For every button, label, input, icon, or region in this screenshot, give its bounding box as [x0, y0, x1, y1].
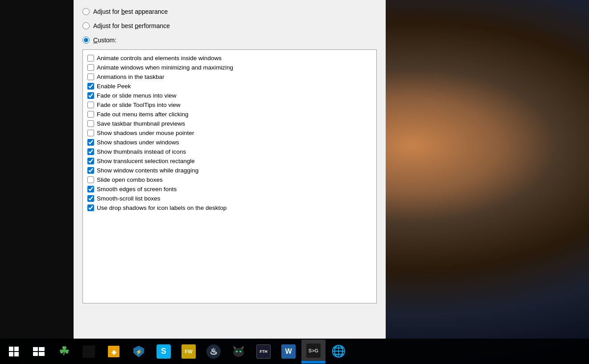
checkbox-label-cb11[interactable]: Show thumbnails instead of icons — [97, 148, 186, 155]
svg-rect-2 — [9, 352, 13, 356]
fox-app-icon — [231, 344, 246, 359]
checkbox-cb9[interactable] — [87, 130, 94, 136]
puzzle-icon-svg: ◈ — [107, 345, 120, 358]
task-view-button[interactable] — [27, 339, 51, 364]
radio-best-appearance[interactable]: Adjust for best appearance — [82, 4, 377, 19]
checkbox-item-15: Smooth edges of screen fonts — [86, 184, 374, 194]
checkbox-item-1: Animate controls and elements inside win… — [86, 53, 374, 63]
checkbox-cb11[interactable] — [87, 148, 94, 155]
checkbox-item-12: Show translucent selection rectangle — [86, 156, 374, 166]
shield-app-button[interactable]: ⚡ — [127, 339, 151, 364]
checkbox-label-cb10[interactable]: Show shadows under windows — [97, 139, 179, 146]
checkbox-cb1[interactable] — [87, 55, 94, 61]
skype-icon: S — [157, 344, 171, 359]
checkbox-label-cb16[interactable]: Smooth-scroll list boxes — [97, 195, 161, 202]
sg-app-button[interactable]: S>G — [301, 339, 325, 364]
checkbox-cb16[interactable] — [87, 195, 94, 202]
checkbox-label-cb1[interactable]: Animate controls and elements inside win… — [97, 55, 222, 61]
checkbox-item-5: Fade or slide menus into view — [86, 91, 374, 100]
checkbox-cb17[interactable] — [87, 204, 94, 211]
svg-point-16 — [239, 351, 241, 352]
checkbox-item-13: Show window contents while dragging — [86, 166, 374, 175]
checkbox-cb12[interactable] — [87, 158, 94, 164]
radio-best-performance[interactable]: Adjust for best performance — [82, 19, 377, 33]
checkbox-cb5[interactable] — [87, 92, 94, 99]
checkbox-label-cb8[interactable]: Save taskbar thumbnail previews — [97, 120, 185, 127]
checkbox-cb7[interactable] — [87, 111, 94, 118]
checkbox-item-3: Animations in the taskbar — [86, 72, 374, 82]
writer-app-icon: W — [281, 344, 296, 359]
writer-app-button[interactable]: W — [276, 339, 301, 364]
radio-best-appearance-label: Adjust for best appearance — [93, 8, 168, 15]
checkbox-cb2[interactable] — [87, 64, 94, 71]
fth-app-button[interactable]: FTH — [251, 339, 276, 364]
checkbox-item-4: Enable Peek — [86, 82, 374, 91]
checkbox-label-cb17[interactable]: Use drop shadows for icon labels on the … — [97, 204, 227, 211]
puzzle-app-icon: ◈ — [107, 344, 121, 359]
steam-icon: ♨ — [206, 344, 221, 359]
network-app-icon: 🌐 — [331, 344, 346, 359]
fox-app-button[interactable] — [227, 339, 251, 364]
svg-text:⚡: ⚡ — [136, 348, 142, 355]
svg-rect-6 — [33, 352, 38, 356]
radio-best-appearance-input[interactable] — [82, 8, 90, 15]
puzzle-app-button[interactable]: ◈ — [102, 339, 126, 364]
checkbox-cb6[interactable] — [87, 102, 94, 108]
svg-point-15 — [236, 351, 238, 352]
radio-custom-input[interactable] — [82, 37, 90, 44]
checkbox-label-cb6[interactable]: Fade or slide ToolTips into view — [97, 102, 181, 108]
fw-app-button[interactable]: FW — [177, 339, 201, 364]
checkbox-label-cb5[interactable]: Fade or slide menus into view — [97, 92, 177, 99]
checkbox-item-9: Show shadows under mouse pointer — [86, 128, 374, 138]
steam-button[interactable]: ♨ — [202, 339, 226, 364]
svg-rect-3 — [14, 352, 19, 356]
task-view-icon — [32, 344, 46, 359]
checkbox-cb13[interactable] — [87, 167, 94, 174]
checkbox-item-17: Use drop shadows for icon labels on the … — [86, 203, 374, 213]
checkbox-cb15[interactable] — [87, 186, 94, 192]
checkbox-cb4[interactable] — [87, 83, 94, 90]
black-square-app-button[interactable] — [77, 339, 101, 364]
clover-button[interactable]: ☘ — [52, 339, 76, 364]
checkbox-cb3[interactable] — [87, 74, 94, 80]
checkbox-item-8: Save taskbar thumbnail previews — [86, 119, 374, 128]
checkbox-label-cb15[interactable]: Smooth edges of screen fonts — [97, 186, 177, 192]
checkbox-item-10: Show shadows under windows — [86, 138, 374, 147]
svg-rect-4 — [33, 347, 38, 351]
checkbox-label-cb9[interactable]: Show shadows under mouse pointer — [97, 130, 194, 136]
checkbox-item-14: Slide open combo boxes — [86, 175, 374, 184]
checkbox-label-cb14[interactable]: Slide open combo boxes — [97, 176, 163, 183]
svg-rect-0 — [9, 347, 13, 351]
fth-app-icon: FTH — [256, 344, 271, 359]
checkbox-label-cb7[interactable]: Fade out menu items after clicking — [97, 111, 189, 118]
svg-rect-1 — [14, 347, 19, 351]
svg-point-12 — [233, 348, 244, 357]
sg-app-icon: S>G — [306, 344, 321, 358]
shield-app-icon: ⚡ — [132, 344, 146, 359]
fw-app-icon: FW — [181, 344, 196, 359]
radio-best-performance-label: Adjust for best performance — [93, 22, 170, 29]
checkbox-label-cb4[interactable]: Enable Peek — [97, 83, 131, 90]
radio-group: Adjust for best appearance Adjust for be… — [82, 0, 377, 47]
checkbox-label-cb13[interactable]: Show window contents while dragging — [97, 167, 198, 174]
checkbox-label-cb12[interactable]: Show translucent selection rectangle — [97, 158, 195, 164]
skype-button[interactable]: S — [152, 339, 176, 364]
radio-custom[interactable]: Custom: — [82, 33, 377, 47]
checkbox-label-cb3[interactable]: Animations in the taskbar — [97, 74, 165, 80]
clover-icon: ☘ — [57, 344, 71, 359]
checkbox-cb10[interactable] — [87, 139, 94, 146]
svg-rect-7 — [39, 352, 45, 356]
checkbox-item-16: Smooth-scroll list boxes — [86, 194, 374, 203]
network-app-button[interactable]: 🌐 — [326, 339, 350, 364]
checkbox-list: Animate controls and elements inside win… — [82, 49, 377, 303]
black-square-app-icon — [82, 345, 95, 358]
start-button[interactable] — [2, 339, 26, 364]
checkbox-label-cb2[interactable]: Animate windows when minimizing and maxi… — [97, 64, 233, 71]
left-panel — [0, 0, 74, 339]
checkbox-item-6: Fade or slide ToolTips into view — [86, 100, 374, 110]
checkbox-item-7: Fade out menu items after clicking — [86, 110, 374, 119]
radio-best-performance-input[interactable] — [82, 22, 90, 29]
checkbox-cb14[interactable] — [87, 176, 94, 183]
shield-icon-svg: ⚡ — [132, 345, 145, 358]
checkbox-cb8[interactable] — [87, 120, 94, 127]
